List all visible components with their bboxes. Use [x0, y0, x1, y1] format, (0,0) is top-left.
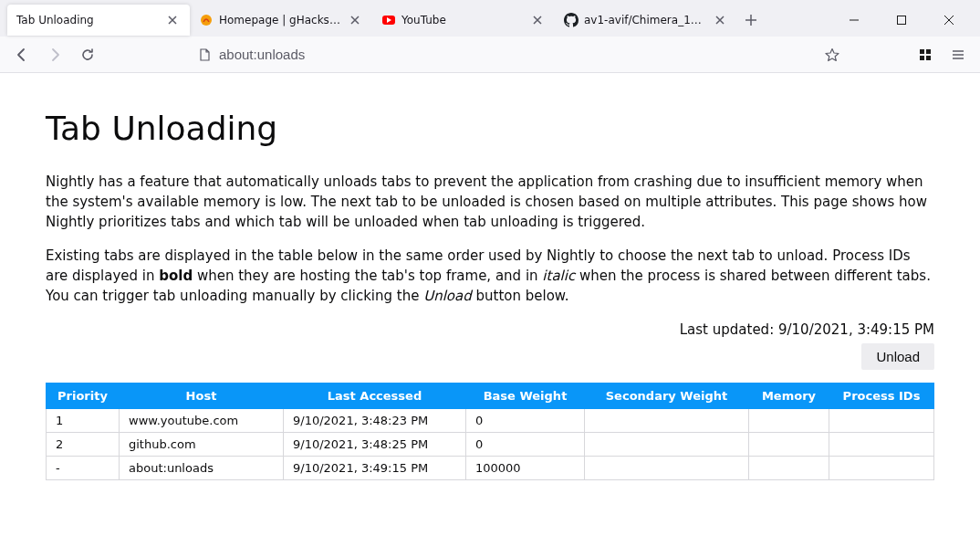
- page-title: Tab Unloading: [46, 110, 934, 147]
- back-button[interactable]: [7, 40, 36, 69]
- tab-github[interactable]: av1-avif/Chimera_10bit_cropped: [555, 5, 737, 36]
- tab-title: av1-avif/Chimera_10bit_cropped: [584, 14, 706, 26]
- close-icon[interactable]: [712, 12, 728, 28]
- github-icon: [564, 13, 579, 27]
- col-base-weight: Base Weight: [466, 383, 585, 408]
- svg-point-0: [201, 15, 212, 26]
- cell-host: www.youtube.com: [120, 408, 284, 432]
- cell-process_ids: [829, 408, 934, 432]
- cell-process_ids: [829, 432, 934, 456]
- app-menu-button[interactable]: [944, 40, 973, 69]
- new-tab-button[interactable]: [737, 6, 765, 34]
- col-priority: Priority: [47, 383, 120, 408]
- maximize-button[interactable]: [881, 6, 922, 34]
- intro-text: Nightly has a feature that automatically…: [46, 173, 934, 307]
- cell-memory: [749, 456, 829, 479]
- intro-paragraph-1: Nightly has a feature that automatically…: [46, 173, 934, 232]
- cell-secondary_weight: [585, 456, 749, 479]
- svg-rect-6: [926, 56, 931, 60]
- cell-host: github.com: [120, 432, 284, 456]
- tab-youtube[interactable]: YouTube: [372, 5, 555, 36]
- extensions-button[interactable]: [911, 40, 940, 69]
- reload-button[interactable]: [73, 40, 102, 69]
- col-secondary-weight: Secondary Weight: [585, 383, 749, 408]
- bookmark-star-icon[interactable]: [821, 44, 843, 66]
- tab-unloading[interactable]: Tab Unloading: [7, 5, 190, 36]
- tab-title: Tab Unloading: [16, 14, 159, 26]
- tab-title: YouTube: [401, 14, 524, 26]
- navigation-toolbar: [0, 37, 980, 73]
- page-content: Tab Unloading Nightly has a feature that…: [0, 73, 980, 557]
- cell-secondary_weight: [585, 408, 749, 432]
- unload-button[interactable]: Unload: [861, 343, 934, 370]
- close-icon[interactable]: [529, 12, 546, 28]
- tab-title: Homepage | gHacks Technology: [219, 14, 341, 26]
- svg-rect-2: [898, 16, 906, 25]
- tab-strip: Tab Unloading Homepage | gHacks Technolo…: [0, 0, 980, 37]
- cell-process_ids: [829, 456, 934, 479]
- cell-last_accessed: 9/10/2021, 3:49:15 PM: [284, 456, 466, 479]
- cell-base_weight: 0: [466, 432, 585, 456]
- col-last-accessed: Last Accessed: [284, 383, 466, 408]
- cell-last_accessed: 9/10/2021, 3:48:25 PM: [284, 432, 466, 456]
- cell-base_weight: 0: [466, 408, 585, 432]
- cell-base_weight: 100000: [466, 456, 585, 479]
- cell-priority: 2: [47, 432, 120, 456]
- tabs-table: Priority Host Last Accessed Base Weight …: [46, 383, 934, 480]
- close-icon[interactable]: [347, 12, 363, 28]
- window-controls: [834, 6, 973, 34]
- url-input[interactable]: [219, 47, 814, 62]
- minimize-button[interactable]: [834, 6, 874, 34]
- col-host: Host: [120, 383, 284, 408]
- svg-rect-3: [920, 49, 924, 54]
- table-row: 2github.com9/10/2021, 3:48:25 PM0: [47, 432, 934, 456]
- table-row: 1www.youtube.com9/10/2021, 3:48:23 PM0: [47, 408, 934, 432]
- cell-memory: [749, 432, 829, 456]
- meta-section: Last updated: 9/10/2021, 3:49:15 PM Unlo…: [46, 321, 934, 370]
- svg-rect-5: [920, 56, 924, 60]
- close-icon[interactable]: [164, 12, 181, 28]
- col-process-ids: Process IDs: [829, 383, 934, 408]
- intro-paragraph-2: Existing tabs are displayed in the table…: [46, 247, 934, 306]
- last-updated: Last updated: 9/10/2021, 3:49:15 PM: [680, 321, 934, 338]
- cell-priority: -: [47, 456, 120, 479]
- cell-host: about:unloads: [120, 456, 284, 479]
- ghacks-icon: [199, 13, 214, 27]
- youtube-icon: [381, 13, 396, 27]
- tab-ghacks[interactable]: Homepage | gHacks Technology: [190, 5, 372, 36]
- cell-memory: [749, 408, 829, 432]
- page-icon: [197, 47, 212, 62]
- cell-priority: 1: [47, 408, 120, 432]
- table-row: -about:unloads9/10/2021, 3:49:15 PM10000…: [47, 456, 934, 479]
- cell-last_accessed: 9/10/2021, 3:48:23 PM: [284, 408, 466, 432]
- table-header-row: Priority Host Last Accessed Base Weight …: [47, 383, 934, 408]
- cell-secondary_weight: [585, 432, 749, 456]
- forward-button[interactable]: [40, 40, 69, 69]
- url-bar[interactable]: [188, 40, 852, 69]
- svg-rect-4: [926, 49, 931, 54]
- close-window-button[interactable]: [929, 6, 969, 34]
- col-memory: Memory: [749, 383, 829, 408]
